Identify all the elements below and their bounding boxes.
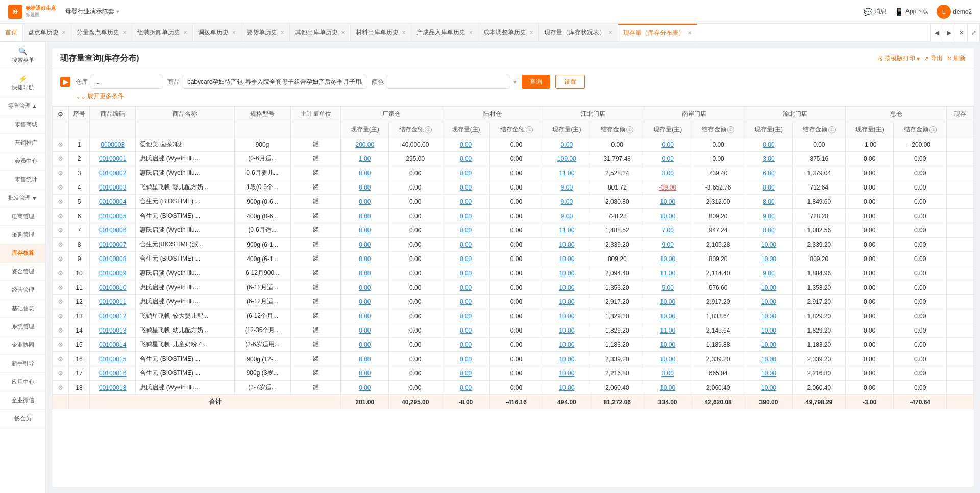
qty-link[interactable]: 0.00 (561, 141, 573, 148)
print-btn[interactable]: 🖨 按模版打印 ▾ (877, 54, 920, 63)
qty-link[interactable]: 10.00 (660, 298, 675, 306)
close-icon[interactable]: ✕ (62, 30, 66, 35)
user-menu[interactable]: E demo2 (937, 5, 972, 19)
close-icon[interactable]: ✕ (232, 30, 236, 35)
qty-link[interactable]: 0.00 (460, 241, 472, 248)
code-link[interactable]: 00100002 (99, 170, 126, 177)
sidebar-item-vip[interactable]: 畅会员 (0, 410, 45, 428)
goods-input[interactable] (183, 75, 366, 89)
app-download-btn[interactable]: 📱 App下载 (895, 7, 928, 16)
qty-link[interactable]: 10.00 (559, 270, 574, 277)
qty-link[interactable]: 0.00 (460, 170, 472, 177)
qty-link[interactable]: 0.00 (460, 341, 472, 348)
tab-assembly[interactable]: 组装拆卸单历史 ✕ (132, 24, 193, 42)
row-settings[interactable]: ⚙ (53, 338, 69, 352)
row-settings[interactable]: ⚙ (53, 295, 69, 309)
close-icon[interactable]: ✕ (608, 30, 612, 35)
qty-link[interactable]: 11.00 (660, 270, 675, 277)
close-icon[interactable]: ✕ (122, 30, 127, 35)
info-icon[interactable]: ① (425, 126, 432, 133)
tab-inventory-check[interactable]: 盘点单历史 ✕ (23, 24, 71, 42)
qty-link[interactable]: 10.00 (559, 241, 574, 248)
refresh-btn[interactable]: ↻ 刷新 (947, 54, 966, 63)
info-icon[interactable]: ① (526, 126, 533, 133)
code-link[interactable]: 00100007 (99, 241, 126, 248)
tab-purchase-order[interactable]: 要货单历史 ✕ (241, 24, 290, 42)
qty-link[interactable]: 0.00 (460, 313, 472, 320)
filter-toggle-btn[interactable]: ▶ (60, 77, 70, 87)
sidebar-item-app-center[interactable]: 应用中心 (0, 373, 45, 391)
qty-link[interactable]: 0.00 (460, 298, 472, 306)
code-link[interactable]: 00100010 (99, 284, 126, 291)
close-icon[interactable]: ✕ (469, 30, 473, 35)
qty-link[interactable]: 9.00 (561, 184, 573, 191)
qty-link[interactable]: 5.00 (662, 284, 674, 291)
qty-link[interactable]: 10.00 (559, 384, 574, 391)
qty-link[interactable]: -39.00 (659, 184, 676, 191)
qty-link[interactable]: 10.00 (559, 313, 574, 320)
qty-link[interactable]: 10.00 (761, 370, 776, 377)
qty-link[interactable]: 11.00 (559, 170, 574, 177)
qty-link[interactable]: 10.00 (761, 255, 776, 263)
qty-link[interactable]: 10.00 (660, 313, 675, 320)
row-settings[interactable]: ⚙ (53, 195, 69, 209)
tab-close-btn[interactable]: ✕ (955, 24, 968, 42)
qty-link[interactable]: 0.00 (359, 298, 371, 306)
tab-stock-dist[interactable]: 现存量（库存分布表） ✕ (618, 24, 697, 42)
qty-link[interactable]: 10.00 (559, 298, 574, 306)
close-icon[interactable]: ✕ (402, 30, 406, 35)
qty-link[interactable]: 9.00 (763, 270, 774, 277)
warehouse-input[interactable] (91, 75, 162, 89)
qty-link[interactable]: 0.00 (460, 184, 472, 191)
tab-prev-btn[interactable]: ◀ (931, 24, 943, 42)
qty-link[interactable]: 0.00 (359, 213, 371, 220)
tab-expand-btn[interactable]: ⤢ (968, 24, 980, 42)
qty-link[interactable]: 10.00 (660, 341, 675, 348)
qty-link[interactable]: 8.00 (763, 198, 774, 205)
qty-link[interactable]: 10.00 (660, 255, 675, 263)
row-settings[interactable]: ⚙ (53, 223, 69, 238)
qty-link[interactable]: 109.00 (557, 155, 576, 162)
tab-next-btn[interactable]: ▶ (943, 24, 955, 42)
qty-link[interactable]: 0.00 (359, 170, 371, 177)
qty-link[interactable]: 0.00 (359, 341, 371, 348)
qty-link[interactable]: 0.00 (460, 370, 472, 377)
qty-link[interactable]: 3.00 (662, 370, 674, 377)
close-icon[interactable]: ✕ (688, 30, 692, 36)
row-settings[interactable]: ⚙ (53, 366, 69, 381)
qty-link[interactable]: 0.00 (359, 284, 371, 291)
qty-link[interactable]: 0.00 (359, 313, 371, 320)
qty-link[interactable]: 11.00 (559, 227, 574, 234)
code-link[interactable]: 00100013 (99, 327, 126, 334)
row-settings[interactable]: ⚙ (53, 166, 69, 180)
expand-conditions-btn[interactable]: ⌄⌄ 展开更多条件 (76, 92, 966, 101)
tab-sub-inventory[interactable]: 分量盘点单历史 ✕ (71, 24, 132, 42)
row-settings[interactable]: ⚙ (53, 266, 69, 280)
code-link[interactable]: 0000003 (101, 141, 125, 148)
sidebar-item-purchase[interactable]: 采购管理 (0, 226, 45, 244)
info-icon[interactable]: ① (626, 126, 633, 133)
info-icon[interactable]: ① (828, 126, 836, 133)
qty-link[interactable]: 9.00 (561, 213, 573, 220)
qty-link[interactable]: 10.00 (559, 370, 574, 377)
qty-link[interactable]: 0.00 (662, 155, 674, 162)
code-link[interactable]: 00100009 (99, 270, 126, 277)
qty-link[interactable]: 10.00 (761, 356, 776, 363)
org-selector[interactable]: 母婴行业演示陈套 ▾ (65, 7, 119, 16)
info-icon[interactable]: ① (929, 126, 937, 133)
qty-link[interactable]: 6.00 (763, 170, 774, 177)
code-link[interactable]: 00100004 (99, 198, 126, 205)
close-icon[interactable]: ✕ (183, 30, 187, 35)
qty-link[interactable]: 0.00 (460, 255, 472, 263)
qty-link[interactable]: 0.00 (662, 141, 674, 148)
qty-link[interactable]: 11.00 (660, 327, 675, 334)
qty-link[interactable]: 0.00 (359, 356, 371, 363)
sidebar-item-inventory[interactable]: 库存核算 (0, 244, 45, 263)
qty-link[interactable]: 10.00 (761, 313, 776, 320)
qty-link[interactable]: 0.00 (460, 356, 472, 363)
row-settings[interactable]: ⚙ (53, 309, 69, 323)
qty-link[interactable]: 10.00 (761, 241, 776, 248)
sidebar-item-marketing[interactable]: 营销推广 (0, 134, 45, 152)
sidebar-item-enterprise[interactable]: 企业协同 (0, 336, 45, 355)
code-link[interactable]: 00100008 (99, 255, 126, 263)
